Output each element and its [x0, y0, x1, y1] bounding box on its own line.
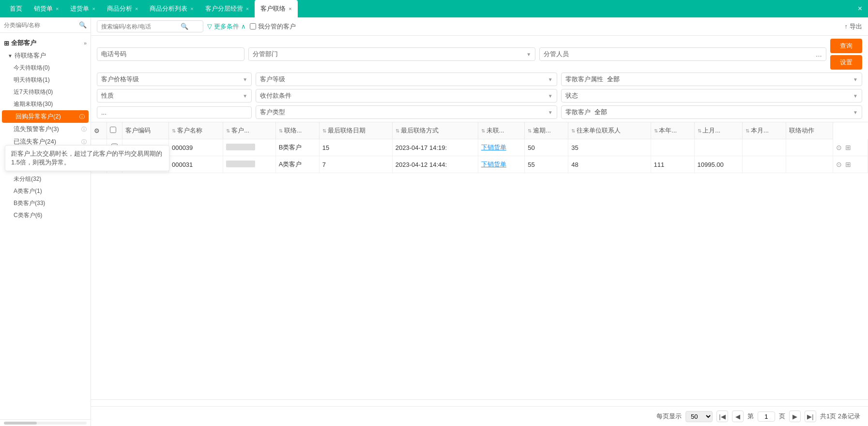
col-contact-count[interactable]: ⇅ 联络... — [275, 122, 319, 139]
tree-all-customers[interactable]: ⊞ 全部客户 » — [0, 37, 91, 49]
tree-pending-contact[interactable]: ▼ 待联络客户 — [0, 49, 91, 62]
cell-uncontacted: 50 — [525, 139, 568, 156]
close-icon[interactable]: × — [135, 6, 138, 12]
search-icon[interactable]: 🔍 — [79, 21, 87, 29]
col-contact-person[interactable]: ⇅ 往来单位联系人 — [568, 122, 651, 139]
filter-person[interactable]: 分管人员 … — [539, 47, 826, 61]
export-icon: ↑ — [845, 23, 848, 30]
export-button[interactable]: ↑ 导出 — [845, 22, 863, 31]
chevron-down-icon: ▼ — [548, 110, 553, 115]
col-this-year[interactable]: ⇅ 本年... — [651, 122, 694, 139]
cell-this-month — [786, 139, 833, 156]
filter-customer-level[interactable]: 客户等级 ▼ — [256, 73, 557, 86]
prev-page-button[interactable]: ◀ — [732, 411, 744, 422]
table-select-all[interactable] — [107, 122, 122, 139]
action-grid-icon[interactable]: ⊞ — [845, 161, 851, 168]
filter-retail-customer[interactable]: 零散客户 全部 ▼ — [561, 105, 862, 119]
my-customers-checkbox[interactable] — [250, 23, 256, 29]
first-page-button[interactable]: |◀ — [716, 411, 728, 422]
cell-actions: ⊙ ⊞ — [833, 139, 868, 156]
select-all-checkbox[interactable] — [110, 127, 116, 133]
col-last-month[interactable]: ⇅ 上月... — [694, 122, 743, 139]
search-input[interactable] — [101, 23, 179, 30]
triangle-icon: ▼ — [8, 53, 13, 59]
action-grid-icon[interactable]: ⊞ — [845, 144, 851, 151]
cell-contact-count: 15 — [319, 139, 392, 156]
cell-overdue: 48 — [568, 156, 651, 173]
close-icon[interactable]: × — [92, 6, 95, 12]
filter-status[interactable]: 状态 ▼ — [561, 89, 862, 103]
last-page-button[interactable]: ▶| — [805, 411, 816, 422]
nav-item-purchase[interactable]: 进货单 × — [64, 0, 101, 17]
sidebar-search-input[interactable] — [4, 22, 77, 29]
advanced-filters: 电话号码 分管部门 ▼ 分管人员 … 查询 设置 客户价格等级 — [91, 36, 868, 122]
table-settings-header[interactable]: ⚙ — [91, 122, 107, 139]
nav-item-customer-contact[interactable]: 客户联络 × — [255, 0, 297, 17]
cell-overdue: 35 — [568, 139, 651, 156]
filter-more-dots[interactable]: ... — [97, 106, 252, 118]
my-customers-filter: 我分管的客户 — [250, 22, 296, 31]
sort-icon: ⇅ — [279, 128, 284, 133]
col-this-month[interactable]: ⇅ 本月... — [743, 122, 786, 139]
action-link-icon[interactable]: ⊙ — [836, 161, 842, 168]
method-link[interactable]: 下销货单 — [481, 144, 506, 151]
filter-payment[interactable]: 收付款条件 ▼ — [256, 89, 557, 103]
sidebar-item-rebuy-abnormal[interactable]: 回购异常客户(2) ⓘ — [2, 110, 89, 123]
action-buttons: 查询 设置 — [830, 39, 862, 70]
close-icon[interactable]: × — [289, 6, 291, 12]
chevron-down-icon: ▼ — [548, 93, 553, 99]
horizontal-scrollbar[interactable] — [91, 399, 868, 406]
sidebar-tree: ⊞ 全部客户 » ▼ 待联络客户 今天待联络(0) 明天待联络(1) 近7天待联… — [0, 33, 91, 419]
close-icon[interactable]: × — [246, 6, 249, 12]
close-icon[interactable]: × — [56, 6, 59, 12]
filter-price-level[interactable]: 客户价格等级 ▼ — [97, 73, 252, 86]
cell-name — [223, 139, 275, 156]
filter-dept[interactable]: 分管部门 ▼ — [248, 47, 535, 61]
cell-last-month — [743, 139, 786, 156]
sidebar-item-ungrouped[interactable]: 未分组(32) — [0, 173, 91, 185]
col-overdue[interactable]: ⇅ 逾期... — [525, 122, 568, 139]
more-conditions-button[interactable]: ▽ 更多条件 ∧ — [207, 22, 246, 31]
filter-customer-type[interactable]: 客户类型 ▼ — [256, 105, 557, 119]
col-name[interactable]: ⇅ 客户名称 — [168, 122, 223, 139]
col-uncontacted[interactable]: ⇅ 未联... — [478, 122, 524, 139]
action-link-icon[interactable]: ⊙ — [836, 144, 842, 151]
sidebar-item-tomorrow[interactable]: 明天待联络(1) — [0, 74, 91, 86]
sort-icon: ⇅ — [172, 128, 177, 133]
chevron-down-icon: ▼ — [243, 93, 247, 99]
col-class[interactable]: ⇅ 客户... — [223, 122, 275, 139]
query-button[interactable]: 查询 — [830, 39, 862, 53]
nav-item-product-list[interactable]: 商品分析列表 × — [144, 0, 199, 17]
chevron-down-icon: ▼ — [243, 77, 247, 82]
filter-phone[interactable]: 电话号码 — [97, 47, 244, 61]
filter-gender[interactable]: 性质 ▼ — [97, 89, 252, 103]
collapse-icon[interactable]: » — [84, 40, 87, 46]
nav-item-product-analysis[interactable]: 商品分析 × — [101, 0, 144, 17]
sidebar-item-today[interactable]: 今天待联络(0) — [0, 62, 91, 74]
nav-item-sales[interactable]: 销货单 × — [28, 0, 64, 17]
info-icon: ⓘ — [81, 138, 87, 146]
window-close-button[interactable]: × — [858, 4, 862, 13]
method-link[interactable]: 下销货单 — [481, 161, 506, 168]
sidebar-item-7days[interactable]: 近7天待联络(0) — [0, 86, 91, 98]
col-last-contact-method[interactable]: ⇅ 最后联络方式 — [392, 122, 478, 139]
search-icon[interactable]: 🔍 — [181, 23, 188, 30]
sidebar-item-overdue[interactable]: 逾期未联络(30) — [0, 98, 91, 110]
nav-item-customer-tier[interactable]: 客户分层经营 × — [199, 0, 255, 17]
page-number-input[interactable] — [758, 411, 775, 422]
col-code[interactable]: 客户编码 — [122, 122, 168, 139]
filter-retail-attr[interactable]: 零散客户属性 全部 ▼ — [561, 73, 862, 86]
cell-uncontacted: 55 — [525, 156, 568, 173]
close-icon[interactable]: × — [190, 6, 193, 12]
cell-actions: ⊙ ⊞ — [833, 156, 868, 173]
nav-item-home[interactable]: 首页 — [4, 0, 28, 17]
sidebar-item-lost-warning[interactable]: 流失预警客户(3) ⓘ — [0, 123, 91, 135]
per-page-select[interactable]: 50 100 200 — [685, 411, 713, 422]
next-page-button[interactable]: ▶ — [789, 411, 801, 422]
sidebar-item-a-class[interactable]: A类客户(1) — [0, 185, 91, 197]
sidebar-item-c-class[interactable]: C类客户(6) — [0, 209, 91, 221]
chevron-up-icon: ∧ — [241, 23, 246, 30]
col-last-contact-date[interactable]: ⇅ 最后联络日期 — [319, 122, 392, 139]
sidebar-item-b-class[interactable]: B类客户(33) — [0, 197, 91, 209]
settings-button[interactable]: 设置 — [830, 55, 862, 70]
